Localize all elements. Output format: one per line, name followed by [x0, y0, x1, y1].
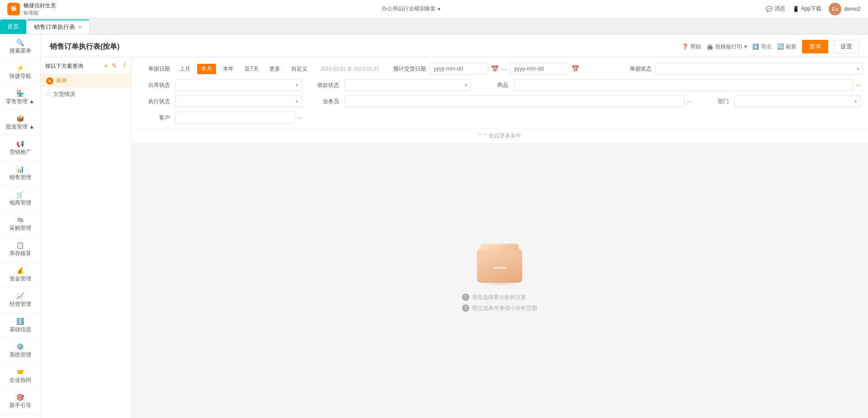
expected-date-range: 📅 — 📅 — [429, 63, 579, 75]
payment-status-select[interactable] — [344, 79, 471, 91]
retail-mgmt-icon: 🏪 — [3, 90, 38, 97]
sidebar-item-basic-info[interactable]: ℹ️ 基础信息 — [0, 313, 40, 338]
tab-sales-exec[interactable]: 销售订单执行表 ✕ — [27, 19, 90, 34]
left-panel-header: 按以下方案查询 ＋ ✎ 《 — [41, 62, 131, 74]
plan-item-arrears-icon: ○ — [46, 90, 51, 98]
refresh-icon: 🔄 — [777, 43, 784, 50]
date-tab-this-year[interactable]: 本年 — [219, 64, 238, 74]
sidebar-item-corp-collab[interactable]: 🤝 企业协同 — [0, 364, 40, 389]
sidebar-item-marketing[interactable]: 📢 营销推广 — [0, 136, 40, 161]
quick-nav-icon: ⚡ — [3, 64, 38, 71]
retail-mgmt-label: 零售管理 — [6, 98, 28, 104]
newbie-label: 新手引导 — [9, 402, 31, 408]
marketing-icon: 📢 — [3, 140, 38, 147]
help-btn[interactable]: ❓ 帮助 — [682, 43, 701, 51]
sidebar-item-app-center[interactable]: 🔲 应用中心 — [0, 414, 40, 418]
collapse-panel-icon[interactable]: 《 — [120, 62, 126, 70]
filter-row-4: 客户 ··· — [138, 112, 861, 124]
date-end-icon[interactable]: 📅 — [571, 65, 579, 72]
collapse-bar[interactable]: ⌃⌃ 收起更多条件 — [131, 128, 868, 143]
sidebar-item-finance-mgmt[interactable]: 💰 资金管理 — [0, 262, 40, 288]
customer-ellipsis-btn[interactable]: ··· — [297, 114, 302, 121]
delivery-status-label: 出库状态 — [138, 81, 170, 89]
sidebar-item-biz-mgmt[interactable]: 📈 经营管理 — [0, 288, 40, 313]
sidebar-item-newbie[interactable]: 🎯 新手引导 — [0, 389, 40, 414]
delivery-status-wrapper — [175, 79, 302, 91]
exec-status-select[interactable] — [175, 95, 302, 107]
empty-tips: 1 请先选择要分析的方案 2 用过滤条件来缩小分析范围 — [462, 292, 537, 314]
empty-box-shadow — [481, 281, 518, 286]
customer-input[interactable] — [175, 112, 295, 124]
empty-tip-2: 2 用过滤条件来缩小分析范围 — [462, 303, 537, 314]
basic-info-label: 基础信息 — [9, 326, 31, 332]
delivery-status-select[interactable] — [175, 79, 302, 91]
sidebar-item-inventory[interactable]: 📋 库存核算 — [0, 237, 40, 262]
dept-select[interactable] — [734, 95, 861, 107]
date-tab-this-month[interactable]: 本月 — [197, 64, 216, 74]
refresh-btn[interactable]: 🔄 刷新 — [777, 43, 797, 51]
goods-ellipsis-btn[interactable]: ··· — [855, 81, 861, 89]
plan-item-arrears-label: 欠货情况 — [53, 90, 75, 98]
date-tabs: 上月 本月 本年 近7天 — [175, 64, 311, 74]
filter-row-3: 执行状态 业务员 ··· 部门 — [138, 95, 861, 107]
template-print-btn[interactable]: 🖨️ 按模板打印 ▾ — [707, 43, 747, 51]
template-print-icon: 🖨️ — [707, 43, 713, 50]
sidebar-item-sales-mgmt[interactable]: 📊 销售管理 — [0, 161, 40, 186]
sidebar-item-wholesale-mgmt[interactable]: 📦 批发管理 ▲ — [0, 110, 40, 136]
plan-item-by-order[interactable]: ● 按单 — [41, 74, 131, 87]
salesperson-input[interactable] — [344, 95, 684, 107]
plan-item-by-order-label: 按单 — [56, 77, 67, 85]
filter-section: 单据日期 上月 本月 本年 — [131, 57, 868, 144]
sidebar-item-quick-nav[interactable]: ⚡ 快捷导航 — [0, 60, 40, 85]
expected-date-start[interactable] — [429, 63, 488, 75]
salesperson-ellipsis-btn[interactable]: ··· — [686, 98, 692, 105]
collapse-label: 收起更多条件 — [489, 133, 521, 139]
sidebar-item-purchase-mgmt[interactable]: 🛍 采购管理 — [0, 212, 40, 237]
brand-name: 畅捷信好生意 — [24, 2, 56, 10]
dept-label: 部门 — [697, 98, 729, 105]
empty-box — [477, 249, 522, 283]
edit-plan-icon[interactable]: ✎ — [112, 62, 117, 70]
purchase-mgmt-icon: 🛍 — [3, 216, 38, 223]
biz-mgmt-label: 经营管理 — [9, 301, 31, 307]
main-container: 🔍 搜索菜单 ⚡ 快捷导航 🏪 零售管理 ▲ 📦 批发管理 ▲ 📢 营销推广 📊… — [0, 34, 868, 418]
date-field-label: 单据日期 — [138, 65, 170, 73]
app-download-btn[interactable]: 📱 App下载 — [793, 5, 821, 13]
date-tab-last-7[interactable]: 近7天 — [241, 64, 263, 74]
query-button[interactable]: 查询 — [802, 40, 828, 53]
status-select-wrapper — [655, 63, 863, 75]
ecom-mgmt-icon: 🛒 — [3, 191, 38, 198]
date-range-hint: 2023-03-01 至 2023-03-31 — [321, 66, 379, 72]
corp-collab-label: 企业协同 — [9, 377, 31, 383]
status-select[interactable] — [655, 63, 863, 75]
goods-label: 商品 — [476, 81, 508, 89]
left-panel: 按以下方案查询 ＋ ✎ 《 ● 按单 ○ 欠货情况 — [41, 57, 131, 418]
user-menu[interactable]: Ea demo2 — [829, 3, 861, 15]
search-menu-label: 搜索菜单 — [9, 48, 31, 54]
tab-close-icon[interactable]: ✕ — [78, 24, 82, 30]
left-panel-title: 按以下方案查询 — [45, 62, 83, 70]
sidebar-item-ecom-mgmt[interactable]: 🛒 电商管理 — [0, 186, 40, 212]
empty-illustration — [477, 249, 522, 283]
date-tab-last-month[interactable]: 上月 — [175, 64, 194, 74]
search-menu-icon: 🔍 — [3, 39, 38, 46]
tab-bar: 首页 销售订单执行表 ✕ — [0, 18, 868, 34]
sidebar-item-search-menu[interactable]: 🔍 搜索菜单 — [0, 34, 40, 60]
inventory-label: 库存核算 — [9, 250, 31, 256]
salesperson-label: 业务员 — [307, 98, 339, 105]
export-btn[interactable]: ⬇️ 导出 — [752, 43, 772, 51]
plan-item-arrears[interactable]: ○ 欠货情况 — [41, 87, 131, 101]
message-label: 消息 — [774, 5, 785, 13]
message-btn[interactable]: 💬 消息 — [766, 5, 785, 13]
add-plan-icon[interactable]: ＋ — [103, 62, 109, 70]
goods-input[interactable] — [514, 79, 854, 91]
date-tab-more[interactable]: 更多 — [265, 64, 284, 74]
date-tab-custom[interactable]: 自定义 — [287, 64, 311, 74]
expected-date-end[interactable] — [510, 63, 569, 75]
sidebar-item-sys-mgmt[interactable]: ⚙️ 系统管理 — [0, 338, 40, 364]
tab-home[interactable]: 首页 — [0, 19, 27, 34]
industry-selector[interactable]: 办公用品行业模拟账套 ▾ — [382, 5, 440, 13]
sidebar-item-retail-mgmt[interactable]: 🏪 零售管理 ▲ — [0, 85, 40, 110]
setting-button[interactable]: 设置 — [834, 40, 859, 53]
date-start-icon[interactable]: 📅 — [491, 65, 499, 72]
